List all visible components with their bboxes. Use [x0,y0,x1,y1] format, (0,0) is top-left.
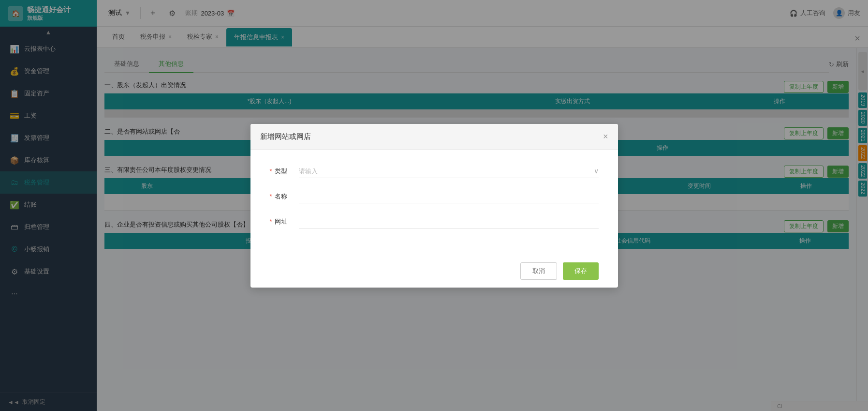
cancel-button[interactable]: 取消 [520,262,557,280]
name-input-wrapper [299,190,599,203]
name-label: * 名称 [270,192,299,201]
modal-header: 新增网站或网店 × [250,124,618,150]
modal-add-website: 新增网站或网店 × * 类型 ∨ * 名称 [250,124,618,288]
modal-footer: 取消 保存 [250,255,618,288]
url-required-marker: * [270,218,272,225]
modal-title: 新增网站或网店 [260,132,311,141]
type-label: * 类型 [270,167,299,176]
type-input[interactable] [299,165,599,178]
name-required-marker: * [270,193,272,200]
modal-body: * 类型 ∨ * 名称 * [250,150,618,255]
form-group-type: * 类型 ∨ [270,165,599,178]
type-dropdown-arrow-icon[interactable]: ∨ [594,167,599,175]
type-required-marker: * [270,167,272,175]
url-input[interactable] [299,215,599,228]
url-input-wrapper [299,215,599,228]
url-label: * 网址 [270,217,299,226]
name-input[interactable] [299,190,599,203]
form-group-name: * 名称 [270,190,599,203]
type-input-wrapper: ∨ [299,165,599,178]
save-button[interactable]: 保存 [563,262,599,280]
modal-close-button[interactable]: × [603,132,608,142]
modal-overlay: 新增网站或网店 × * 类型 ∨ * 名称 [0,0,868,411]
form-group-url: * 网址 [270,215,599,228]
